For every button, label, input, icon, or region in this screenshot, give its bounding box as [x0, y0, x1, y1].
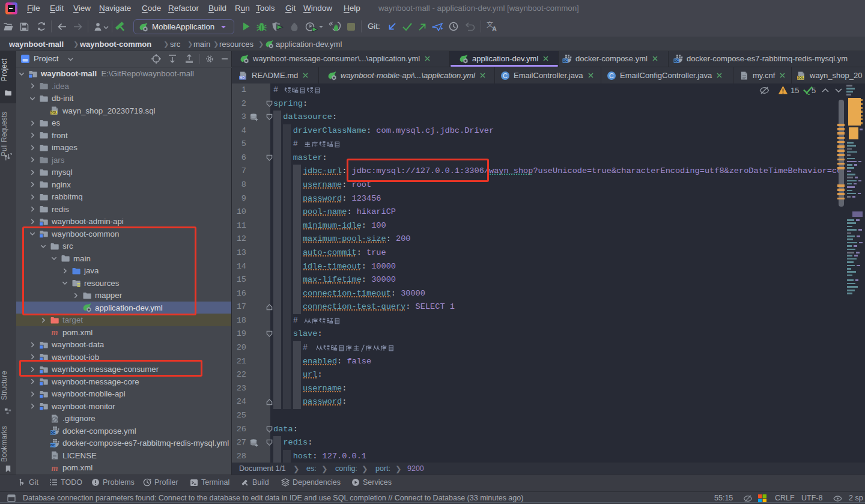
svg-text:A: A [492, 25, 497, 32]
